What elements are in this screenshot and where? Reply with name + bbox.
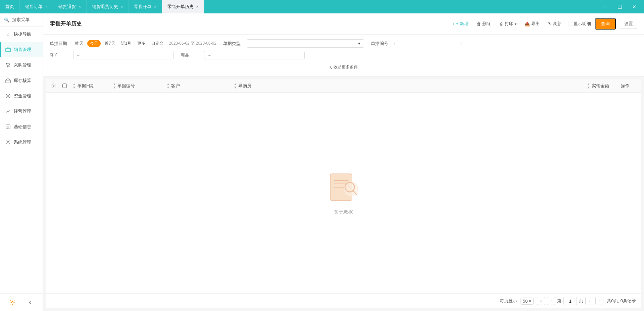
add-label: + 新增 (456, 21, 468, 27)
delete-button[interactable]: 🗑 删除 (475, 19, 493, 28)
tab-sales-order-close[interactable]: × (45, 5, 47, 9)
content-area: 零售开单历史 + + 新增 🗑 删除 🖨 打印 ▾ 📤 导出 (43, 13, 644, 311)
refresh-button[interactable]: ↻ 刷新 (546, 19, 564, 28)
last-page-icon: » (598, 299, 601, 303)
export-button[interactable]: 📤 导出 (523, 19, 542, 28)
tab-retail-open-label: 零售开单 (134, 4, 151, 10)
tab-retail-open-close[interactable]: × (154, 5, 156, 9)
tab-sales-order[interactable]: 销售订单 × (20, 0, 53, 13)
tab-sales-return-close[interactable]: × (79, 5, 81, 9)
page-size-select[interactable]: 50 ▾ (521, 298, 534, 305)
top-bar: 首页 销售订单 × 销货退货 × 销货退货历史 × 零售开单 × 零售开单历史 … (0, 0, 644, 13)
doc-type-filter-group: 单据类型 ▾ (223, 39, 364, 48)
product-select[interactable]: ··· (204, 51, 305, 59)
date-btn-yesterday[interactable]: 昨天 (73, 40, 85, 47)
doc-type-label: 单据类型 (223, 41, 243, 47)
th-date[interactable]: ▲▼ 单据日期 (70, 83, 110, 89)
prev-page-btn[interactable]: ‹ (547, 297, 555, 305)
svg-point-1 (7, 66, 8, 67)
tab-sales-return[interactable]: 销货退货 × (53, 0, 86, 13)
date-range-display: 2023-06-02 至 2023-06-02 (169, 41, 216, 46)
window-maximize[interactable]: □ (614, 3, 626, 10)
th-date-sort-icon: ▲▼ (72, 83, 76, 89)
query-button[interactable]: 查询 (595, 18, 616, 30)
add-button[interactable]: + + 新增 (450, 19, 470, 28)
sidebar-item-finance[interactable]: 资金管理 (0, 88, 43, 104)
sidebar-settings-btn[interactable] (7, 297, 18, 308)
sidebar-item-finance-label: 资金管理 (14, 93, 31, 99)
window-minimize[interactable]: ─ (599, 3, 611, 10)
collapse-filter-btn[interactable]: ∧ 收起更多条件 (50, 63, 637, 71)
table-settings-btn[interactable] (48, 83, 59, 89)
collapse-label: 收起更多条件 (334, 64, 358, 70)
settings-button[interactable]: 设置 (620, 19, 637, 29)
print-button[interactable]: 🖨 打印 ▾ (497, 19, 518, 28)
th-amount[interactable]: ▲▼ 实销金额 (271, 83, 612, 89)
date-btn-7days[interactable]: 近7天 (103, 40, 117, 47)
page-header: 零售开单历史 + + 新增 🗑 删除 🖨 打印 ▾ 📤 导出 (43, 13, 644, 35)
first-page-btn[interactable]: « (537, 297, 545, 305)
date-btn-today[interactable]: 今天 (87, 40, 101, 47)
next-page-btn[interactable]: › (585, 297, 593, 305)
window-close[interactable]: × (628, 3, 640, 10)
page-number-input[interactable] (563, 297, 577, 305)
svg-rect-3 (6, 80, 10, 83)
doc-type-select[interactable]: ▾ (247, 39, 364, 48)
last-page-btn[interactable]: » (595, 297, 603, 305)
sidebar-item-purchase[interactable]: 采购管理 (0, 57, 43, 73)
sidebar-search[interactable]: 🔍 搜索采单 (0, 13, 43, 27)
tab-retail-open-history[interactable]: 零售开单历史 × (162, 0, 204, 13)
next-page-icon: › (589, 299, 590, 303)
page-size-value: 50 (523, 299, 528, 304)
filter-area: 单据日期 昨天 今天 近7天 近1月 更多 自定义 2023-06-02 至 2… (43, 35, 644, 76)
sidebar-item-operations[interactable]: 经营管理 (0, 104, 43, 119)
main-layout: 🔍 搜索采单 ⌂ 快捷导航 销售管理 (0, 13, 644, 311)
date-btn-more[interactable]: 更多 (135, 40, 147, 47)
add-icon: + (452, 21, 455, 27)
sidebar-item-inventory[interactable]: 库存核算 (0, 73, 43, 88)
th-ops: 操作 (612, 83, 639, 89)
sidebar-collapse-btn[interactable] (25, 297, 36, 308)
empty-state: 暂无数据 (46, 93, 641, 293)
tab-retail-open[interactable]: 零售开单 × (129, 0, 162, 13)
th-number-sort-icon: ▲▼ (113, 83, 116, 89)
select-all-checkbox[interactable] (62, 84, 67, 88)
date-btn-1month[interactable]: 近1月 (119, 40, 134, 47)
sidebar-item-basic-info[interactable]: 基础信息 (0, 119, 43, 135)
table-select-all[interactable] (59, 84, 70, 88)
tab-sales-return-history[interactable]: 销货退货历史 × (87, 0, 129, 13)
sidebar-item-quick-nav[interactable]: ⌂ 快捷导航 (0, 27, 43, 42)
tab-retail-open-history-label: 零售开单历史 (167, 4, 194, 10)
tab-sales-return-history-close[interactable]: × (121, 5, 123, 9)
tab-sales-return-history-label: 销货退货历史 (92, 4, 118, 10)
show-detail-checkbox-label[interactable]: 显示明细 (568, 21, 591, 27)
system-icon (5, 139, 11, 145)
th-guide[interactable]: ▲▼ 导购员 (231, 83, 271, 89)
sidebar-bottom (0, 293, 43, 311)
doc-number-input[interactable] (394, 42, 461, 45)
sidebar-item-system[interactable]: 系统管理 (0, 135, 43, 150)
show-detail-label: 显示明细 (574, 21, 591, 27)
tab-retail-open-history-close[interactable]: × (196, 5, 198, 9)
tab-home[interactable]: 首页 (0, 0, 20, 13)
table-area: ▲▼ 单据日期 ▲▼ 单据编号 ▲▼ 客户 ▲▼ 导购员 ▲▼ 实销金额 (46, 79, 641, 308)
prev-page-icon: ‹ (550, 299, 552, 303)
customer-select[interactable]: ··· (73, 51, 174, 59)
page-size-label: 每页显示 (500, 298, 517, 304)
sidebar-nav: ⌂ 快捷导航 销售管理 (0, 27, 43, 293)
operations-icon (5, 108, 11, 114)
th-guide-label: 导购员 (238, 83, 251, 89)
show-detail-checkbox[interactable] (568, 22, 572, 26)
product-filter-group: 商品 ··· (181, 51, 305, 59)
svg-point-8 (53, 85, 54, 87)
filter-row-1: 单据日期 昨天 今天 近7天 近1月 更多 自定义 2023-06-02 至 2… (50, 39, 637, 48)
customer-placeholder: ··· (77, 53, 81, 58)
date-btn-custom[interactable]: 自定义 (149, 40, 165, 47)
th-customer[interactable]: ▲▼ 客户 (164, 83, 231, 89)
th-number[interactable]: ▲▼ 单据编号 (110, 83, 164, 89)
date-filter-group: 单据日期 昨天 今天 近7天 近1月 更多 自定义 2023-06-02 至 2… (50, 40, 216, 47)
sidebar-item-system-label: 系统管理 (14, 139, 31, 145)
refresh-label: 刷新 (553, 21, 562, 27)
filter-row-2: 客户 ··· 商品 ··· (50, 51, 637, 59)
sidebar-item-sales[interactable]: 销售管理 (0, 42, 43, 57)
